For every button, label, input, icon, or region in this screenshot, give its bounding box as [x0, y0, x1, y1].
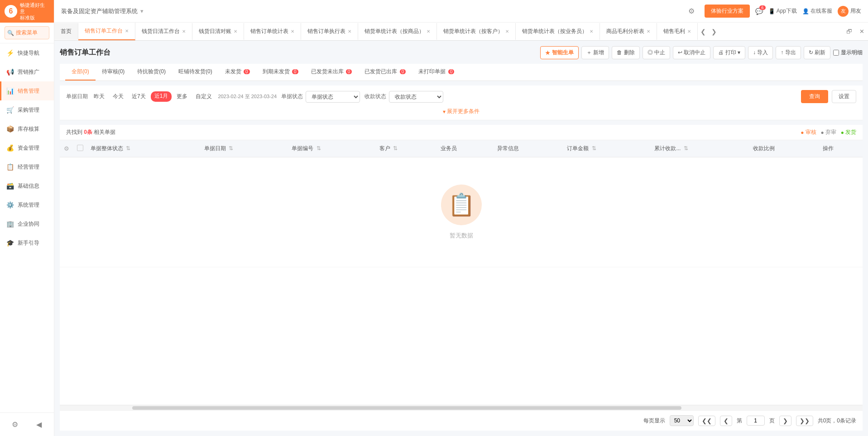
- collapse-sidebar-button[interactable]: ◀: [29, 417, 50, 431]
- sub-tab-shipped-out[interactable]: 已发货已出库 0: [358, 64, 412, 81]
- close-sales-stat-tab[interactable]: ✕: [291, 29, 294, 34]
- date-last1m[interactable]: 近1月: [151, 91, 172, 102]
- tabs-nav-next[interactable]: ❯: [709, 28, 719, 35]
- date-today[interactable]: 今天: [110, 91, 127, 102]
- close-goods-margin-tab[interactable]: ✕: [647, 29, 650, 34]
- sidebar-item-operation[interactable]: 📋 经营管理: [0, 157, 54, 176]
- date-more[interactable]: 更多: [173, 91, 191, 102]
- status-filter: 单据状态 单据状态: [281, 91, 360, 103]
- close-cash-daily-tab[interactable]: ✕: [182, 29, 186, 34]
- home-tab-label: 首页: [61, 28, 72, 35]
- tab-sales-gross[interactable]: 销售毛利 ✕: [657, 23, 698, 40]
- search-menu-button[interactable]: 🔍 搜索菜单: [5, 26, 49, 39]
- sort-collected-icon[interactable]: ⇅: [684, 145, 688, 152]
- batch-ship-button[interactable]: ● 发货: [841, 128, 856, 136]
- sort-amount-icon[interactable]: ⇅: [592, 145, 596, 152]
- sort-status-icon[interactable]: ⇅: [126, 145, 130, 152]
- user-menu[interactable]: 友 用友: [838, 6, 861, 17]
- sidebar-item-enterprise[interactable]: 🏢 企业协同: [0, 214, 54, 233]
- stop-button[interactable]: ◎ 中止: [643, 46, 670, 59]
- sort-date-icon[interactable]: ⇅: [229, 145, 233, 152]
- sub-tab-pending-inspect[interactable]: 待抗验货(0): [131, 64, 172, 81]
- tab-sales-exec[interactable]: 销售订单执行表 ✕: [301, 23, 358, 40]
- sub-tab-expired-not-shipped[interactable]: 到期未发货 0: [256, 64, 305, 81]
- close-sales-customer-tab[interactable]: ✕: [505, 29, 509, 34]
- sub-tab-not-printed[interactable]: 未打印单据 0: [412, 64, 460, 81]
- settings-icon-button[interactable]: ⚙: [684, 5, 699, 18]
- sub-tab-not-shipped[interactable]: 未发货 0: [219, 64, 256, 81]
- close-sales-product-tab[interactable]: ✕: [427, 29, 430, 34]
- set-button[interactable]: 设置: [832, 90, 856, 103]
- print-button[interactable]: 🖨 打印 ▾: [713, 46, 745, 59]
- sidebar-item-basic[interactable]: 🗃️ 基础信息: [0, 176, 54, 195]
- sidebar-item-system[interactable]: ⚙️ 系统管理: [0, 195, 54, 214]
- sidebar-item-guide[interactable]: 🎓 新手引导: [0, 233, 54, 252]
- per-page-select[interactable]: 50 10 20 100: [670, 415, 694, 426]
- column-settings-icon[interactable]: ⚙: [64, 145, 69, 152]
- batch-review-button[interactable]: ● 审核: [801, 128, 816, 136]
- tab-sales-workbench[interactable]: 销售订单工作台 ✕: [78, 23, 135, 40]
- message-button[interactable]: 💬 6: [755, 8, 763, 15]
- sidebar-item-purchase[interactable]: 🛒 采购管理: [0, 100, 54, 119]
- app-download-button[interactable]: 📱 App下载: [768, 7, 797, 15]
- show-details-checkbox[interactable]: [833, 50, 839, 56]
- refresh-button[interactable]: ↻ 刷新: [804, 46, 830, 59]
- prev-page-button[interactable]: ❮: [720, 416, 732, 426]
- query-button[interactable]: 查询: [801, 90, 828, 103]
- last-page-button[interactable]: ❯❯: [796, 416, 813, 426]
- tab-sales-product[interactable]: 销货单统计表（按商品） ✕: [358, 23, 437, 40]
- smart-order-button[interactable]: ★ 智能生单: [540, 46, 579, 59]
- restore-tab-button[interactable]: 🗗: [843, 24, 856, 38]
- sidebar-item-inventory[interactable]: 📦 库存核算: [0, 119, 54, 138]
- close-cash-reconcile-tab[interactable]: ✕: [234, 29, 237, 34]
- tabs-nav-prev[interactable]: ❮: [698, 28, 709, 35]
- sub-tab-wangpu-ship[interactable]: 旺铺待发货(0): [172, 64, 219, 81]
- tab-sales-staff[interactable]: 销货单统计表（按业务员） ✕: [516, 23, 600, 40]
- select-all-checkbox[interactable]: [77, 145, 83, 151]
- horizontal-scrollbar[interactable]: [60, 405, 863, 410]
- delete-button[interactable]: 🗑 删除: [612, 46, 639, 59]
- sub-tab-shipped-not-out[interactable]: 已发货未出库 0: [305, 64, 359, 81]
- tab-goods-margin[interactable]: 商品毛利分析表 ✕: [600, 23, 657, 40]
- export-button[interactable]: ↑ 导出: [776, 46, 801, 59]
- batch-cancel-review-button[interactable]: ● 弃审: [821, 128, 836, 136]
- scrollbar-thumb[interactable]: [132, 406, 681, 410]
- sidebar-item-marketing[interactable]: 📢 营销推广: [0, 62, 54, 81]
- tab-home[interactable]: 首页: [54, 23, 78, 40]
- add-button[interactable]: ＋ 新增: [581, 46, 609, 59]
- sidebar-item-sales[interactable]: 📊 销售管理: [0, 81, 54, 100]
- sidebar-item-quick-nav[interactable]: ⚡ 快捷导航: [0, 43, 54, 62]
- cancel-stop-button[interactable]: ↩ 取消中止: [673, 46, 710, 59]
- sort-customer-icon[interactable]: ⇅: [393, 145, 398, 152]
- close-sales-gross-tab[interactable]: ✕: [687, 29, 691, 34]
- date-last7[interactable]: 近7天: [129, 91, 149, 102]
- online-service-button[interactable]: 👤 在线客服: [802, 7, 832, 15]
- sub-tab-pending-review[interactable]: 待审核(0): [96, 64, 131, 81]
- import-button[interactable]: ↓ 导入: [748, 46, 773, 59]
- tab-sales-stat[interactable]: 销售订单统计表 ✕: [244, 23, 301, 40]
- sub-tab-all[interactable]: 全部(0): [65, 64, 96, 81]
- tab-sales-customer[interactable]: 销货单统计表（按客户） ✕: [437, 23, 516, 40]
- solution-button[interactable]: 体验行业方案: [705, 5, 750, 18]
- receipt-filter-select[interactable]: 收款状态: [389, 91, 443, 103]
- settings-bottom-button[interactable]: ⚙: [5, 417, 25, 431]
- sales-customer-tab-label: 销货单统计表（按客户）: [443, 28, 503, 35]
- expand-system-icon[interactable]: ▾: [140, 8, 144, 14]
- phone-icon: 📱: [768, 8, 775, 14]
- close-tab-button[interactable]: ✕: [856, 24, 868, 38]
- show-details-toggle[interactable]: 显示明细: [833, 49, 863, 57]
- date-yesterday[interactable]: 昨天: [91, 91, 108, 102]
- status-filter-select[interactable]: 单据状态: [306, 91, 360, 103]
- date-custom[interactable]: 自定义: [192, 91, 215, 102]
- close-sales-workbench-tab[interactable]: ✕: [125, 28, 129, 33]
- close-sales-exec-tab[interactable]: ✕: [348, 29, 351, 34]
- sort-number-icon[interactable]: ⇅: [317, 145, 321, 152]
- page-number-input[interactable]: [747, 416, 765, 426]
- close-sales-staff-tab[interactable]: ✕: [590, 29, 593, 34]
- next-page-button[interactable]: ❯: [779, 416, 791, 426]
- sidebar-item-finance[interactable]: 💰 资金管理: [0, 138, 54, 157]
- tab-cash-daily[interactable]: 钱货日清工作台 ✕: [135, 23, 192, 40]
- first-page-button[interactable]: ❮❮: [698, 416, 715, 426]
- tab-cash-reconcile[interactable]: 钱货日清对账 ✕: [192, 23, 244, 40]
- expand-more-conditions[interactable]: ▾ 展开更多条件: [443, 108, 480, 115]
